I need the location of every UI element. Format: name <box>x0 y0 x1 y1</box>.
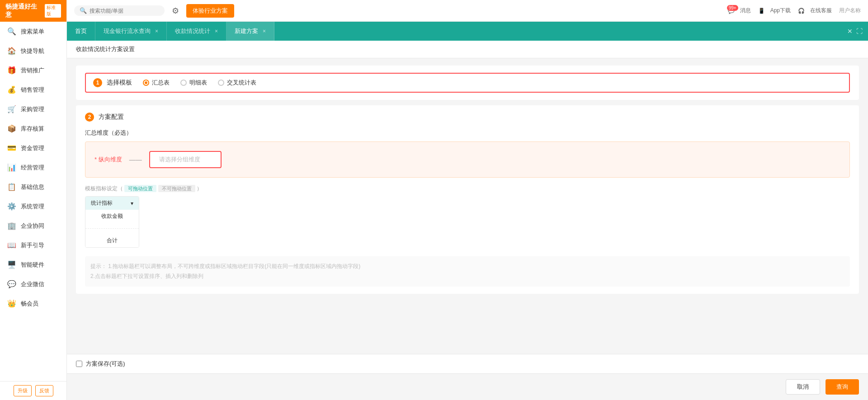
indicator-label-row: 模板指标设定（ 可拖动位置 不可拖动位置 ） <box>85 185 850 193</box>
stats-header[interactable]: 统计指标 ▾ <box>85 197 139 210</box>
form-area: 1 选择模板 汇总表 明细表 <box>67 58 868 354</box>
sidebar-item-label: 资金管理 <box>21 144 44 152</box>
box-icon: 📦 <box>7 124 16 133</box>
sidebar-logo: 畅捷通好生意 标准版 <box>0 0 66 22</box>
download-group[interactable]: 📱 App下载 <box>758 7 791 14</box>
sidebar-item-search-menu[interactable]: 🔍 搜索菜单 <box>0 22 66 41</box>
settings-icon[interactable]: ⚙ <box>172 6 179 16</box>
search-icon: 🔍 <box>80 7 87 14</box>
save-section: 方案保存(可选) <box>67 354 868 373</box>
tab-bank-query[interactable]: 现金银行流水查询 × <box>95 22 167 41</box>
service-group[interactable]: 🎧 在线客服 <box>798 7 832 14</box>
sidebar-item-label: 企业微信 <box>21 280 44 288</box>
tab-home-label: 首页 <box>75 27 87 35</box>
maximize-window-icon[interactable]: ⛶ <box>856 28 863 35</box>
sidebar-item-funds[interactable]: 💳 资金管理 <box>0 138 66 158</box>
sidebar-item-label: 基础信息 <box>21 183 44 191</box>
stats-item2: 合计 <box>85 234 139 247</box>
indicator-section-label: 模板指标设定（ 可拖动位置 不可拖动位置 ） <box>85 185 202 193</box>
page-title-bar: 收款情况统计方案设置 <box>67 41 868 58</box>
card-icon: 💳 <box>7 144 16 152</box>
upgrade-button[interactable]: 升级 <box>14 385 32 396</box>
content-area: 收款情况统计方案设置 1 选择模板 汇总表 <box>67 41 868 400</box>
sidebar-item-label: 库存核算 <box>21 125 44 133</box>
sidebar-item-inventory[interactable]: 📦 库存核算 <box>0 119 66 138</box>
sidebar-item-weixin[interactable]: 💬 企业微信 <box>0 274 66 294</box>
clipboard-icon: 📋 <box>7 183 16 191</box>
sidebar-item-hardware[interactable]: 🖥️ 智能硬件 <box>0 255 66 274</box>
radio-detail[interactable]: 明细表 <box>180 79 207 87</box>
building-icon: 🏢 <box>7 221 16 230</box>
radio-detail-label: 明细表 <box>189 79 207 87</box>
cancel-button[interactable]: 取消 <box>786 379 820 395</box>
sidebar-item-label: 营销推广 <box>21 66 44 75</box>
sidebar-item-basic-info[interactable]: 📋 基础信息 <box>0 177 66 197</box>
template-select-box: 1 选择模板 汇总表 明细表 <box>85 73 850 93</box>
sidebar-item-operations[interactable]: 📊 经营管理 <box>0 158 66 177</box>
step1-section: 1 选择模板 汇总表 明细表 <box>76 66 859 100</box>
tab-bank-query-label: 现金银行流水查询 <box>104 27 151 35</box>
sidebar-item-enterprise[interactable]: 🏢 企业协同 <box>0 216 66 235</box>
close-window-icon[interactable]: ✕ <box>847 28 853 35</box>
sidebar: 畅捷通好生意 标准版 🔍 搜索菜单 🏠 快捷导航 🎁 营销推广 💰 销售管理 🛒… <box>0 0 67 400</box>
logo-badge: 标准版 <box>45 4 61 18</box>
book-icon: 📖 <box>7 241 16 249</box>
sidebar-item-system[interactable]: ⚙️ 系统管理 <box>0 197 66 216</box>
feedback-button[interactable]: 反馈 <box>35 385 53 396</box>
vertical-dim-label: * 纵向维度 <box>94 155 122 164</box>
tab-receipt-stats-close[interactable]: × <box>215 28 218 34</box>
radio-cross[interactable]: 交叉统计表 <box>218 79 256 87</box>
query-button[interactable]: 查询 <box>826 379 859 395</box>
tab-new-plan[interactable]: 新建方案 × <box>226 22 274 41</box>
sidebar-item-label: 搜索菜单 <box>21 28 44 36</box>
tab-receipt-stats-label: 收款情况统计 <box>175 27 210 35</box>
sidebar-item-purchase[interactable]: 🛒 采购管理 <box>0 99 66 119</box>
stats-table: 统计指标 ▾ 收款金额 合计 <box>85 196 139 248</box>
sidebar-item-label: 经营管理 <box>21 164 44 172</box>
monitor-icon: 🖥️ <box>7 260 16 269</box>
step1-header: 1 选择模板 <box>93 78 132 87</box>
step1-title: 选择模板 <box>107 79 132 87</box>
dimension-select[interactable]: 请选择分组维度 <box>149 151 222 168</box>
footer-buttons: 取消 查询 <box>67 373 868 400</box>
chart-icon: 📊 <box>7 163 16 172</box>
message-group[interactable]: 💬 99+ 消息 <box>728 7 751 14</box>
tab-new-plan-close[interactable]: × <box>263 28 266 34</box>
step1-number: 1 <box>93 78 102 87</box>
indicator-settings: 模板指标设定（ 可拖动位置 不可拖动位置 ） 统计指标 ▾ <box>85 185 850 249</box>
message-badge-container: 💬 99+ <box>728 8 735 14</box>
tab-home[interactable]: 首页 <box>67 22 95 41</box>
money-icon: 💰 <box>7 85 16 94</box>
save-checkbox[interactable] <box>76 361 82 367</box>
home-icon: 🏠 <box>7 47 16 55</box>
search-box[interactable]: 🔍 <box>74 5 165 16</box>
main-area: 🔍 ⚙ 体验行业方案 💬 99+ 消息 📱 App下载 🎧 在线客服 用户名称 <box>67 0 868 400</box>
sidebar-item-quick-nav[interactable]: 🏠 快捷导航 <box>0 41 66 61</box>
sidebar-item-marketing[interactable]: 🎁 营销推广 <box>0 61 66 80</box>
trial-btn[interactable]: 体验行业方案 <box>186 4 234 18</box>
tab-receipt-stats[interactable]: 收款情况统计 × <box>167 22 226 41</box>
sidebar-item-label: 智能硬件 <box>21 261 44 269</box>
tab-bank-query-close[interactable]: × <box>155 28 158 34</box>
logo-text: 畅捷通好生意 <box>5 3 41 19</box>
stats-dropdown-icon[interactable]: ▾ <box>131 200 133 207</box>
indicator-section-prefix: 模板指标设定（ <box>85 185 123 192</box>
search-input[interactable] <box>90 8 153 14</box>
hints-area: 提示： 1.拖动标题栏可以调整布局，不可跨维度或指标区域拖动栏目字段(只能在同一… <box>85 256 850 287</box>
stats-item1: 收款金额 <box>85 210 139 223</box>
dimension-area: * 纵向维度 —— 请选择分组维度 <box>85 141 850 178</box>
tab-new-plan-label: 新建方案 <box>235 27 258 35</box>
radio-summary[interactable]: 汇总表 <box>143 79 170 87</box>
topbar: 🔍 ⚙ 体验行业方案 💬 99+ 消息 📱 App下载 🎧 在线客服 用户名称 <box>67 0 868 22</box>
sidebar-item-label: 销售管理 <box>21 86 44 94</box>
sidebar-item-label: 系统管理 <box>21 202 44 211</box>
radio-summary-label: 汇总表 <box>152 79 170 87</box>
sidebar-item-guide[interactable]: 📖 新手引导 <box>0 235 66 255</box>
stats-col-header: 统计指标 <box>91 199 113 207</box>
gear-icon: ⚙️ <box>7 202 16 211</box>
radio-cross-dot <box>218 80 224 86</box>
sidebar-item-sales[interactable]: 💰 销售管理 <box>0 80 66 99</box>
crown-icon: 👑 <box>7 299 16 308</box>
sidebar-item-member[interactable]: 👑 畅会员 <box>0 294 66 313</box>
download-icon: 📱 <box>758 8 765 14</box>
